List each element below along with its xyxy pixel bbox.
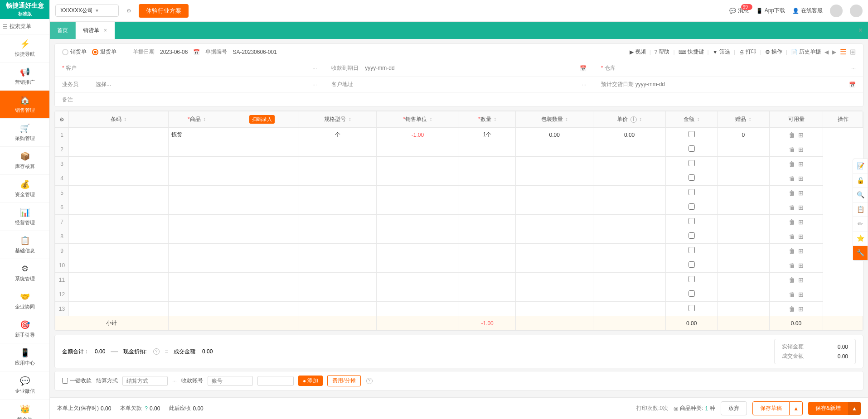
row-delete-btn-4[interactable]: 🗑 [789, 175, 795, 182]
row-delete-btn-12[interactable]: 🗑 [789, 291, 795, 298]
row-quantity-7[interactable] [376, 215, 459, 229]
row-product-2[interactable] [168, 142, 225, 157]
row-amount-7[interactable] [593, 215, 666, 229]
user-avatar[interactable] [830, 5, 843, 17]
row-barcode-6[interactable] [69, 200, 169, 215]
sidebar-item-marketing[interactable]: 📢 营销推广 [0, 63, 49, 91]
pkg-sort-icon[interactable]: ↕ [565, 116, 568, 122]
payment-expand-icon[interactable]: ··· [172, 378, 177, 384]
row-amount-8[interactable] [593, 229, 666, 244]
row-copy-btn-12[interactable]: ⊞ [798, 291, 804, 298]
row-spec-4[interactable] [225, 171, 299, 186]
row-delete-btn-11[interactable]: 🗑 [789, 276, 795, 284]
row-product-12[interactable] [168, 287, 225, 302]
row-copy-btn-6[interactable]: ⊞ [798, 204, 804, 211]
row-spec-13[interactable] [225, 302, 299, 316]
collection-date-input[interactable] [363, 64, 577, 72]
row-delete-btn-1[interactable]: 🗑 [789, 131, 795, 139]
row-gift-13[interactable] [666, 302, 718, 316]
row-amount-6[interactable] [593, 200, 666, 215]
float-edit-icon[interactable]: ✏ [853, 217, 868, 231]
row-gift-9[interactable] [666, 244, 718, 258]
tab-home[interactable]: 首页 [50, 22, 76, 39]
row-unit-6[interactable] [299, 200, 377, 215]
row-unit-3[interactable] [299, 157, 377, 171]
expense-info-icon[interactable]: ? [366, 378, 373, 384]
scan-btn[interactable]: 扫码录入 [249, 115, 275, 124]
row-barcode-11[interactable] [69, 273, 169, 287]
float-active-icon[interactable]: 🔧 [853, 246, 868, 260]
row-gift-1[interactable] [666, 128, 718, 142]
row-barcode-7[interactable] [69, 215, 169, 229]
calendar-icon[interactable]: 📅 [193, 49, 200, 55]
row-quantity-3[interactable] [376, 157, 459, 171]
action-ops[interactable]: ⚙ 操作 [765, 48, 782, 56]
row-spec-8[interactable] [225, 229, 299, 244]
row-delete-btn-10[interactable]: 🗑 [789, 262, 795, 269]
row-copy-btn-9[interactable]: ⊞ [798, 247, 804, 255]
action-print[interactable]: 🖨 打印 [739, 48, 756, 56]
row-product-8[interactable] [168, 229, 225, 244]
sidebar-item-app-center[interactable]: 📱 应用中心 [0, 343, 49, 371]
unit-sort-icon[interactable]: ↕ [429, 116, 432, 122]
row-delete-btn-2[interactable]: 🗑 [789, 146, 795, 153]
th-settings[interactable]: ⚙ [55, 111, 69, 128]
row-unit-price-11[interactable] [516, 273, 593, 287]
row-amount-10[interactable] [593, 258, 666, 273]
row-barcode-3[interactable] [69, 157, 169, 171]
save-draft-btn[interactable]: 保存草稿 [752, 401, 790, 415]
row-amount-13[interactable] [593, 302, 666, 316]
row-unit-price-5[interactable] [516, 186, 593, 200]
row-gift-4[interactable] [666, 171, 718, 186]
row-amount-2[interactable] [593, 142, 666, 157]
float-search-icon[interactable]: 🔍 [853, 188, 868, 202]
row-product-1[interactable]: 拣货 [168, 128, 225, 142]
row-unit-10[interactable] [299, 258, 377, 273]
row-spec-9[interactable] [225, 244, 299, 258]
view-grid-icon[interactable]: ⊞ [850, 48, 856, 56]
nav-next-icon[interactable]: ▶ [832, 49, 836, 55]
discard-btn[interactable]: 放弃 [721, 401, 747, 415]
row-quantity-2[interactable] [376, 142, 459, 157]
expense-btn[interactable]: 费用/分摊 [327, 375, 360, 386]
row-product-5[interactable] [168, 186, 225, 200]
action-video[interactable]: ▶ 视频 [630, 48, 646, 56]
row-quantity-11[interactable] [376, 273, 459, 287]
row-package-qty-11[interactable] [459, 273, 515, 287]
row-package-qty-3[interactable] [459, 157, 515, 171]
sidebar-item-wechat[interactable]: 💬 企业微信 [0, 371, 49, 400]
row-unit-2[interactable] [299, 142, 377, 157]
row-barcode-5[interactable] [69, 186, 169, 200]
one-click-checkbox-input[interactable] [62, 378, 68, 384]
customer-input[interactable] [94, 64, 312, 72]
sidebar-item-sales[interactable]: 🏠 销售管理 [0, 91, 49, 119]
row-package-qty-1[interactable]: 1个 [459, 128, 515, 142]
sidebar-item-guide[interactable]: 🎯 新手引导 [0, 315, 49, 343]
row-barcode-8[interactable] [69, 229, 169, 244]
message-btn[interactable]: 💬 消息 99+ [729, 7, 749, 14]
action-shortcut[interactable]: ⌨ 快捷键 [679, 48, 704, 56]
app-download-btn[interactable]: 📱 App下载 [756, 7, 785, 14]
row-package-qty-13[interactable] [459, 302, 515, 316]
tab-bar-close-btn[interactable]: × [858, 26, 863, 34]
row-amount-1[interactable]: 0.00 [593, 128, 666, 142]
row-product-3[interactable] [168, 157, 225, 171]
row-gift-5[interactable] [666, 186, 718, 200]
row-amount-11[interactable] [593, 273, 666, 287]
sidebar-item-finance[interactable]: 💰 资金管理 [0, 175, 49, 203]
sidebar-item-member[interactable]: 👑 畅会员 [0, 400, 49, 419]
row-copy-btn-1[interactable]: ⊞ [798, 131, 804, 139]
sidebar-item-enterprise[interactable]: 🤝 企业协同 [0, 287, 49, 315]
row-unit-7[interactable] [299, 215, 377, 229]
row-delete-btn-6[interactable]: 🗑 [789, 204, 795, 211]
row-product-9[interactable] [168, 244, 225, 258]
view-list-icon[interactable]: ☰ [840, 48, 846, 56]
row-quantity-6[interactable] [376, 200, 459, 215]
tab-sales-order[interactable]: 销货单 × [76, 22, 115, 39]
row-gift-8[interactable] [666, 229, 718, 244]
bill-arrears-info-icon[interactable]: ? [145, 405, 148, 412]
row-spec-3[interactable] [225, 157, 299, 171]
row-amount-9[interactable] [593, 244, 666, 258]
row-copy-btn-5[interactable]: ⊞ [798, 189, 804, 197]
row-unit-13[interactable] [299, 302, 377, 316]
